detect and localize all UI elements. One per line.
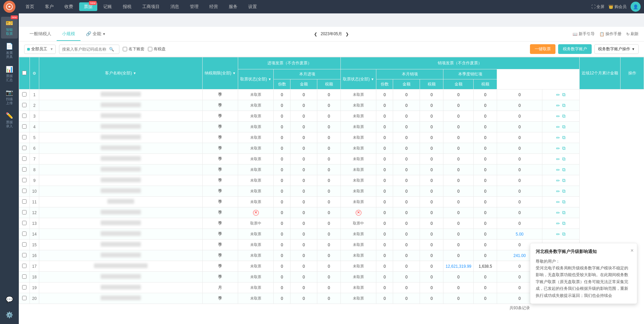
row-checkbox[interactable]	[22, 221, 26, 225]
row-checkbox[interactable]	[22, 274, 26, 279]
sidebar-item-config[interactable]: ⚙️	[1, 309, 18, 321]
input-status: 未取票	[238, 186, 273, 197]
copy-icon[interactable]: ⧉	[562, 210, 566, 215]
nav-message[interactable]: 消息	[166, 2, 184, 11]
tab-small-scale[interactable]: 小规模	[57, 27, 80, 41]
edit-icon[interactable]: ✏	[556, 178, 560, 183]
copy-icon[interactable]: ⧉	[562, 231, 566, 237]
guide-btn[interactable]: 📖 新手引导	[573, 31, 595, 37]
sidebar-item-invoice-open[interactable]: 📄 发票开具	[1, 40, 18, 62]
search-icon[interactable]: 🔍	[109, 47, 114, 52]
edit-icon[interactable]: ✏	[556, 189, 560, 194]
customer-header[interactable]: 客户名称(全部) ▼	[39, 57, 203, 89]
output-amount: 0	[393, 207, 420, 218]
edit-icon[interactable]: ✏	[556, 114, 560, 119]
nav-tax[interactable]: 报税	[118, 2, 136, 11]
row-checkbox[interactable]	[22, 167, 26, 172]
edit-icon[interactable]: ✏	[556, 167, 560, 173]
one-click-ticket-btn[interactable]: 一键取票	[530, 44, 555, 54]
credit-amount: 0	[443, 207, 474, 218]
row-checkbox[interactable]	[22, 178, 26, 182]
edit-icon[interactable]: ✏	[556, 232, 560, 237]
search-input[interactable]	[62, 47, 109, 52]
prev-month-btn[interactable]: ❮	[314, 32, 317, 37]
row-checkbox[interactable]	[22, 135, 26, 139]
nav-service[interactable]: 服务	[224, 2, 242, 11]
edit-icon[interactable]: ✏	[556, 135, 560, 140]
sidebar-item-invoice-entry[interactable]: ✏️ 票据录入	[1, 109, 18, 131]
output-status-header[interactable]: 取票状态(全部) ▼	[341, 69, 376, 89]
copy-icon[interactable]: ⧉	[562, 124, 566, 130]
row-checkbox[interactable]	[22, 285, 26, 289]
nav-invoice[interactable]: 票据 new	[79, 2, 97, 11]
nav-operation[interactable]: 经营	[205, 2, 223, 11]
edit-icon[interactable]: ✏	[556, 124, 560, 130]
edit-icon[interactable]: ✏	[556, 210, 560, 215]
has-tax-disk-check[interactable]	[148, 47, 152, 51]
fullscreen-btn[interactable]: ⛶ 全屏	[591, 4, 604, 10]
settings-icon[interactable]: ⚙	[33, 71, 36, 76]
employee-filter[interactable]: 全部员工 ▼	[24, 45, 56, 54]
row-checkbox[interactable]	[22, 156, 26, 161]
row-checkbox[interactable]	[22, 114, 26, 118]
input-status-header[interactable]: 取票状态(全部) ▼	[238, 69, 273, 89]
select-all-checkbox[interactable]	[22, 71, 26, 75]
copy-icon[interactable]: ⧉	[562, 145, 566, 151]
row-checkbox[interactable]	[22, 199, 26, 204]
sidebar-item-msg[interactable]: 💬	[1, 293, 18, 306]
nav-bookkeeping[interactable]: 记账	[99, 2, 117, 11]
copy-icon[interactable]: ⧉	[562, 167, 566, 173]
row-checkbox[interactable]	[22, 92, 26, 96]
tab-general-taxpayer[interactable]: 一般纳税人	[24, 27, 57, 41]
vip-btn[interactable]: 👑 购会员	[608, 4, 627, 10]
refresh-btn[interactable]: ↻ 刷新	[626, 31, 639, 37]
sidebar-item-scan-upload[interactable]: 📷 扫描上传	[1, 86, 18, 108]
copy-icon[interactable]: ⧉	[562, 135, 566, 140]
row-checkbox[interactable]	[22, 264, 26, 268]
row-checkbox[interactable]	[22, 232, 26, 236]
tax-digital-account-dropdown-btn[interactable]: 税务数字账户操作 ▼	[594, 44, 639, 54]
has-tax-disk-checkbox[interactable]: 有税盘	[148, 46, 166, 52]
copy-icon[interactable]: ⧉	[562, 188, 566, 194]
edit-icon[interactable]: ✏	[556, 92, 560, 98]
row-checkbox[interactable]	[22, 124, 26, 129]
tax-quota-header[interactable]: 纳税期限(全部) ▼	[202, 57, 238, 89]
next-month-btn[interactable]: ❯	[345, 32, 349, 37]
nav-home[interactable]: 首页	[21, 2, 39, 11]
nav-charge[interactable]: 收费	[60, 2, 78, 11]
row-checkbox[interactable]	[22, 253, 26, 257]
copy-icon[interactable]: ⧉	[562, 199, 566, 205]
sidebar-item-smart-ticket[interactable]: 🎫 智能取票 new	[1, 17, 18, 39]
edit-icon[interactable]: ✏	[556, 156, 560, 162]
row-checkbox[interactable]	[22, 103, 26, 107]
copy-icon[interactable]: ⧉	[562, 113, 566, 119]
row-checkbox[interactable]	[22, 242, 26, 247]
input-status: 未取票	[238, 175, 273, 186]
row-checkbox[interactable]	[22, 210, 26, 214]
sidebar-item-invoice-summary[interactable]: 📊 票据汇总	[1, 63, 18, 85]
row-checkbox[interactable]	[22, 296, 26, 300]
tab-all[interactable]: 🔗 全能 ▼	[80, 27, 111, 41]
edit-icon[interactable]: ✏	[556, 146, 560, 151]
edit-icon[interactable]: ✏	[556, 199, 560, 205]
nav-management[interactable]: 管理	[185, 2, 203, 11]
edit-icon[interactable]: ✏	[556, 103, 560, 108]
row-checkbox[interactable]	[22, 189, 26, 193]
edit-icon[interactable]: ✏	[556, 221, 560, 226]
copy-icon[interactable]: ⧉	[562, 156, 566, 162]
copy-icon[interactable]: ⧉	[562, 178, 566, 183]
nav-client[interactable]: 客户	[40, 2, 58, 11]
nav-business[interactable]: 工商项目	[138, 2, 164, 11]
user-avatar[interactable]: 👤	[631, 2, 641, 12]
copy-icon[interactable]: ⧉	[562, 220, 566, 226]
tax-digital-account-btn[interactable]: 税务数字账户	[558, 44, 592, 54]
my-accounts-check[interactable]	[123, 47, 127, 51]
notification-close-btn[interactable]: ×	[631, 246, 634, 255]
row-checkbox[interactable]	[22, 146, 26, 150]
copy-icon[interactable]: ⧉	[562, 103, 566, 108]
copy-icon[interactable]: ⧉	[562, 92, 566, 98]
my-accounts-checkbox[interactable]: 名下账套	[123, 46, 145, 52]
output-amount: 0	[393, 89, 420, 100]
manual-btn[interactable]: 📋 操作手册	[599, 31, 622, 37]
nav-settings[interactable]: 设置	[244, 2, 262, 11]
